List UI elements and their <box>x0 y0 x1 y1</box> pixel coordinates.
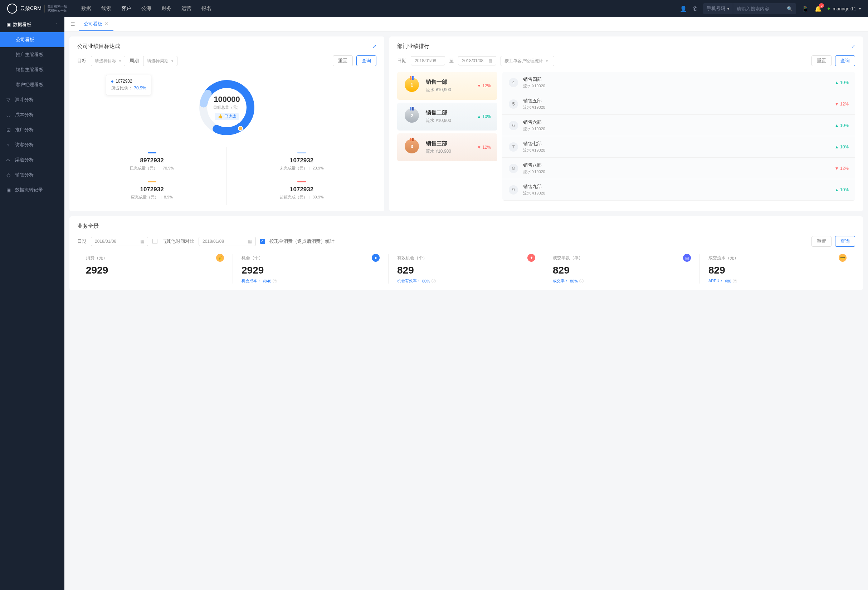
chevron-down-icon: ▾ <box>546 59 548 63</box>
nav-item[interactable]: 运营 <box>182 5 192 12</box>
sidebar-item[interactable]: 客户经理看板 <box>0 77 64 92</box>
stat-method-select[interactable]: 按工单客户经理统计▾ <box>500 56 554 66</box>
date-input-2[interactable]: 2018/01/08▦ <box>199 237 256 246</box>
calendar-icon: ▦ <box>248 239 252 244</box>
chevron-down-icon: ▾ <box>728 7 729 11</box>
help-icon[interactable]: ? <box>579 279 583 283</box>
nav-item[interactable]: 报名 <box>201 5 211 12</box>
search-input[interactable] <box>733 6 783 12</box>
nav-item[interactable]: 公海 <box>141 5 151 12</box>
search-icon[interactable]: 🔍 <box>783 6 796 12</box>
rank-item[interactable]: 8销售八部流水 ¥19020▼ 12% <box>502 158 855 179</box>
user-icon[interactable]: 👤 <box>680 5 687 12</box>
help-icon[interactable]: ? <box>733 279 737 283</box>
calendar-icon: ▦ <box>489 58 492 63</box>
kpi-icon: ➤ <box>372 254 379 262</box>
logo-text: 云朵CRM <box>20 5 41 12</box>
reset-button[interactable]: 重置 <box>333 56 353 66</box>
stat-item: 1072932未完成量（元）|20.9% <box>227 147 376 176</box>
sidebar-item[interactable]: ♀访客分析 <box>0 137 64 152</box>
panel-title: 部门业绩排行 <box>397 43 430 50</box>
close-icon[interactable]: ✕ <box>105 21 108 26</box>
stat-item: 1072932超额完成（元）|89.9% <box>227 176 376 205</box>
query-button[interactable]: 查询 <box>835 236 855 247</box>
logo-subtitle: 教育机构一站 式服务云平台 <box>44 4 67 13</box>
rank-list: 4销售四部流水 ¥19020▲ 10%5销售五部流水 ¥19020▼ 12%6销… <box>502 72 855 201</box>
rank-card[interactable]: 1销售一部流水 ¥10,900▼ 12% <box>397 72 497 100</box>
sidebar-item[interactable]: 推广主管看板 <box>0 47 64 62</box>
sidebar-item[interactable]: ☑推广分析 <box>0 122 64 137</box>
sidebar-item[interactable]: ◡成本分析 <box>0 107 64 122</box>
query-button[interactable]: 查询 <box>835 56 855 66</box>
expand-icon[interactable]: ⤢ <box>372 44 376 49</box>
expand-icon[interactable]: ⤢ <box>851 44 855 49</box>
kpi-card: 机会（个）➤2929机会成本：¥948? <box>233 254 388 284</box>
notif-badge: 5 <box>819 3 824 8</box>
rank-item[interactable]: 5销售五部流水 ¥19020▼ 12% <box>502 93 855 115</box>
target-achievement-panel: 公司业绩目标达成 ⤢ 目标 请选择目标▾ 周期 请选择周期▾ 重置 <box>69 37 384 211</box>
rank-item[interactable]: 4销售四部流水 ¥19020▲ 10% <box>502 72 855 93</box>
chevron-down-icon: ▾ <box>171 59 173 63</box>
user-menu[interactable]: manager11 ▾ <box>828 6 861 12</box>
mobile-icon[interactable]: 📱 <box>802 5 809 12</box>
header-right: 👤 ✆ 手机号码▾ 🔍 📱 🔔5 manager11 ▾ <box>680 3 861 14</box>
nav-icon: ♀ <box>6 142 12 148</box>
help-icon[interactable]: ? <box>431 279 436 283</box>
sidebar-item[interactable]: 销售主管看板 <box>0 62 64 77</box>
stat-item: 8972932已完成量（元）|70.9% <box>77 147 227 176</box>
nav-icon: ▽ <box>6 97 12 103</box>
bell-icon[interactable]: 🔔5 <box>815 5 822 12</box>
nav-item[interactable]: 数据 <box>81 5 91 12</box>
phone-icon[interactable]: ✆ <box>693 5 697 12</box>
tab-company-board[interactable]: 公司看板 ✕ <box>79 17 114 31</box>
compare-label: 与其他时间对比 <box>162 238 194 244</box>
chevron-down-icon: ▾ <box>119 59 121 63</box>
main: ☰ 公司看板 ✕ 公司业绩目标达成 ⤢ 目标 请选择目标▾ <box>64 17 868 590</box>
hamburger-icon[interactable]: ☰ <box>67 21 79 27</box>
nav-icon: ◡ <box>6 112 12 118</box>
help-icon[interactable]: ? <box>273 279 277 283</box>
logo: 云朵CRM 教育机构一站 式服务云平台 <box>7 4 67 13</box>
panel-title: 公司业绩目标达成 <box>77 43 120 50</box>
status-dot-icon <box>828 7 830 10</box>
date-input-1[interactable]: 2018/01/08▦ <box>91 237 148 246</box>
compare-checkbox[interactable] <box>152 239 158 244</box>
sidebar-item[interactable]: 公司看板 <box>0 32 64 47</box>
select-target[interactable]: 请选择目标▾ <box>91 56 125 66</box>
svg-point-3 <box>238 126 242 131</box>
tab-bar: ☰ 公司看板 ✕ <box>64 17 868 31</box>
rank-card[interactable]: 3销售三部流水 ¥10,900▼ 12% <box>397 133 497 161</box>
sidebar-item[interactable]: ◎销售分析 <box>0 167 64 182</box>
rank-top3: 1销售一部流水 ¥10,900▼ 12%2销售二部流水 ¥10,900▲ 10%… <box>397 72 497 201</box>
nav-icon: ▣ <box>6 187 12 193</box>
query-button[interactable]: 查询 <box>356 56 376 66</box>
sidebar-item[interactable]: ▽漏斗分析 <box>0 92 64 107</box>
reset-button[interactable]: 重置 <box>812 56 831 66</box>
date-sep: 至 <box>449 58 454 64</box>
rank-item[interactable]: 7销售七部流水 ¥19020▲ 10% <box>502 136 855 158</box>
sidebar-item[interactable]: ∞渠道分析 <box>0 152 64 167</box>
dept-ranking-panel: 部门业绩排行 ⤢ 日期 2018/01/08 至 2018/01/08▦ 按工单… <box>389 37 863 211</box>
kpi-icon: 💳 <box>838 254 847 262</box>
select-period[interactable]: 请选择周期▾ <box>143 56 177 66</box>
cash-checkbox[interactable] <box>260 239 265 244</box>
nav-item[interactable]: 客户 <box>121 5 131 12</box>
date-to[interactable]: 2018/01/08▦ <box>458 56 496 65</box>
app-header: 云朵CRM 教育机构一站 式服务云平台 数据线索客户公海财务运营报名 👤 ✆ 手… <box>0 0 868 17</box>
donut-label: 目标总量（元） <box>213 105 241 110</box>
sidebar-item[interactable]: ▣ 数据看板⌃ <box>0 17 64 32</box>
rank-item[interactable]: 9销售九部流水 ¥19020▲ 10% <box>502 179 855 201</box>
sidebar-item[interactable]: ▣数据流转记录 <box>0 182 64 197</box>
reset-button[interactable]: 重置 <box>812 236 831 247</box>
date-from[interactable]: 2018/01/08 <box>411 56 445 65</box>
nav-item[interactable]: 财务 <box>161 5 171 12</box>
rank-card[interactable]: 2销售二部流水 ¥10,900▲ 10% <box>397 103 497 131</box>
rank-item[interactable]: 6销售六部流水 ¥19020▲ 10% <box>502 115 855 136</box>
nav-item[interactable]: 线索 <box>101 5 111 12</box>
sidebar: ▣ 数据看板⌃公司看板推广主管看板销售主管看板客户经理看板▽漏斗分析◡成本分析☑… <box>0 17 64 590</box>
achieved-tag: 👍 已达成 <box>215 113 239 120</box>
search-type-select[interactable]: 手机号码▾ <box>703 3 733 14</box>
kpi-card: 成交单数（单）▤829成交率：80%? <box>544 254 700 284</box>
label-date: 日期 <box>397 57 406 64</box>
kpi-icon: ▤ <box>683 254 691 262</box>
